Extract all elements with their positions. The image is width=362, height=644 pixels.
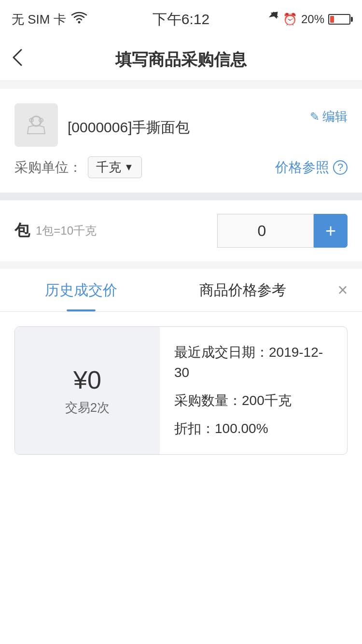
tabs-container: 历史成交价 商品价格参考 × (0, 269, 362, 312)
product-left: [0000006]手撕面包 (14, 103, 190, 147)
product-thumbnail (14, 103, 58, 147)
status-time: 下午6:12 (153, 10, 209, 29)
history-card: ¥0 交易2次 最近成交日期：2019-12-30 采购数量：200千克 折扣：… (14, 326, 348, 455)
date-label: 最近成交日期： (174, 345, 269, 360)
quantity-value: 200千克 (242, 393, 292, 408)
svg-point-0 (78, 21, 80, 23)
discount-label: 折扣： (174, 421, 215, 436)
edit-icon: ✎ (310, 110, 320, 124)
purchase-quantity-row: 采购数量：200千克 (174, 391, 333, 411)
alarm-icon: ⏰ (283, 13, 297, 26)
tab-price-ref[interactable]: 商品价格参考 (162, 269, 323, 311)
back-button[interactable] (12, 48, 23, 71)
dropdown-arrow-icon: ▼ (124, 162, 134, 173)
history-price-section: ¥0 交易2次 (15, 327, 160, 454)
currency-symbol: ¥ (73, 366, 87, 394)
bottom-space (0, 469, 362, 644)
unit-label: 采购单位： (14, 158, 82, 177)
section-divider (0, 193, 362, 200)
price-ref-button[interactable]: 价格参照 ? (275, 158, 348, 177)
wifi-icon (71, 12, 87, 28)
unit-tag: 包 (14, 220, 30, 241)
tab-active-indicator (67, 309, 96, 311)
price-number: 0 (87, 366, 101, 394)
unit-conversion: 1包=10千克 (36, 223, 97, 238)
unit-row: 采购单位： 千克 ▼ (14, 156, 142, 178)
location-icon (268, 11, 279, 28)
price-ref-label: 价格参照 (275, 158, 329, 177)
discount-value: 100.00% (215, 421, 268, 436)
quantity-label: 包 1包=10千克 (14, 220, 97, 241)
unit-select[interactable]: 千克 ▼ (88, 156, 142, 178)
product-card: [0000006]手撕面包 ✎ 编辑 采购单位： 千克 ▼ 价格参照 ? (0, 89, 362, 193)
battery-icon (328, 14, 350, 25)
quantity-input-group: + (217, 214, 348, 248)
carrier-text: 无 SIM 卡 (12, 11, 66, 28)
tabs-header: 历史成交价 商品价格参考 × (0, 269, 362, 311)
tab-price-ref-label: 商品价格参考 (199, 280, 286, 300)
history-details-section: 最近成交日期：2019-12-30 采购数量：200千克 折扣：100.00% (160, 327, 347, 454)
history-price-value: ¥0 (73, 365, 101, 394)
history-content: ¥0 交易2次 最近成交日期：2019-12-30 采购数量：200千克 折扣：… (0, 312, 362, 469)
trade-count: 交易2次 (65, 399, 110, 416)
tab-history-price[interactable]: 历史成交价 (0, 269, 162, 311)
product-name: [0000006]手撕面包 (68, 118, 190, 138)
nav-bar: 填写商品采购信息 (0, 39, 362, 81)
status-bar: 无 SIM 卡 下午6:12 ⏰ 20% (0, 0, 362, 39)
tab-history-label: 历史成交价 (45, 280, 117, 300)
status-right: ⏰ 20% (268, 11, 350, 28)
edit-button[interactable]: ✎ 编辑 (310, 108, 348, 125)
price-ref-help-icon: ? (333, 160, 348, 175)
product-header: [0000006]手撕面包 ✎ 编辑 (14, 103, 348, 147)
unit-value: 千克 (96, 159, 121, 176)
quantity-input[interactable] (217, 214, 314, 248)
product-footer: 采购单位： 千克 ▼ 价格参照 ? (14, 156, 348, 178)
quantity-row: 包 1包=10千克 + (0, 200, 362, 261)
recent-trade-date-row: 最近成交日期：2019-12-30 (174, 342, 333, 383)
status-left: 无 SIM 卡 (12, 11, 87, 28)
quantity-label: 采购数量： (174, 393, 242, 408)
battery-percent: 20% (301, 13, 324, 26)
page-title: 填写商品采购信息 (115, 49, 247, 71)
quantity-plus-button[interactable]: + (314, 214, 348, 248)
discount-row: 折扣：100.00% (174, 419, 333, 439)
tab-close-button[interactable]: × (323, 269, 362, 311)
